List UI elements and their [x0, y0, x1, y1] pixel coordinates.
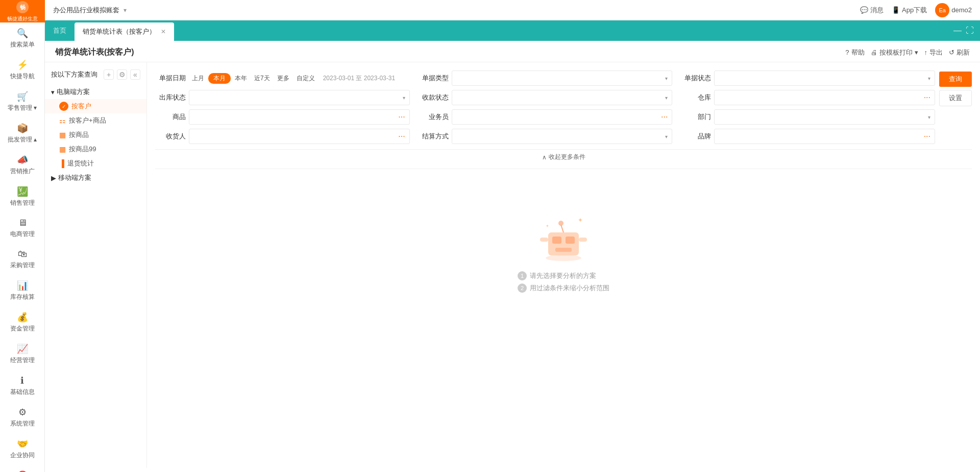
tree-by-goods-99[interactable]: ▦ 按商品99	[45, 142, 146, 156]
sidebar-item-sales[interactable]: 💹 销售管理	[0, 181, 44, 213]
add-scheme-btn[interactable]: +	[104, 69, 114, 80]
warehouse-dots[interactable]: ···	[924, 93, 930, 102]
operation-icon: 📈	[17, 343, 28, 355]
sidebar-item-basic[interactable]: ℹ 基础信息	[0, 370, 44, 402]
export-btn[interactable]: ↑ 导出	[924, 48, 943, 57]
purchase-icon: 🛍	[18, 249, 27, 259]
receiver-control[interactable]: ···	[189, 129, 410, 144]
sidebar-item-quick-nav[interactable]: ⚡ 快捷导航	[0, 54, 44, 86]
sidebar-item-marketing[interactable]: 📣 营销推广	[0, 149, 44, 181]
message-btn[interactable]: 💬 消息	[860, 6, 884, 15]
print-icon: 🖨	[871, 49, 877, 56]
export-icon: ↑	[924, 49, 928, 56]
sidebar-quick-nav-label: 快捷导航	[10, 72, 35, 81]
tabbar-maximize-btn[interactable]: ⛶	[966, 26, 974, 35]
brand-dots[interactable]: ···	[924, 132, 930, 141]
collapse-panel-btn[interactable]: «	[130, 69, 140, 80]
tip-num-2: 2	[518, 284, 527, 293]
tree-by-customer[interactable]: ✓ 按客户	[45, 99, 146, 113]
finance-icon: 💰	[17, 312, 28, 323]
last-month-btn[interactable]: 上月	[189, 73, 207, 84]
warehouse-control[interactable]: ···	[714, 90, 935, 105]
tabbar-minimize-btn[interactable]: —	[953, 26, 962, 35]
tree-by-goods[interactable]: ▦ 按商品	[45, 128, 146, 142]
tab-sales-stats[interactable]: 销货单统计表（按客户） ✕	[75, 22, 174, 41]
tree-by-customer-goods[interactable]: ⚏ 按客户+商品	[45, 113, 146, 128]
refresh-btn[interactable]: ↺ 刷新	[949, 48, 970, 57]
collapse-bar[interactable]: ∧ 收起更多条件	[155, 149, 972, 164]
sidebar-item-retail[interactable]: 🛒 零售管理 ▾	[0, 86, 44, 117]
out-status-control[interactable]: ▾	[189, 90, 410, 105]
tree-mobile[interactable]: ▶ 移动端方案	[45, 171, 146, 185]
tip-text-1: 请先选择要分析的方案	[530, 271, 596, 280]
tab-home[interactable]: 首页	[45, 20, 75, 41]
this-year-btn[interactable]: 本年	[232, 73, 250, 84]
tip-text-2: 用过滤条件来缩小分析范围	[530, 284, 609, 293]
custom-btn[interactable]: 自定义	[293, 73, 318, 84]
panel-title: 按以下方案查询 + ⚙ «	[45, 66, 146, 83]
user-profile-btn[interactable]: Ea demo2	[935, 3, 972, 17]
empty-tips: 1 请先选择要分析的方案 2 用过滤条件来缩小分析范围	[518, 271, 609, 296]
app-name: 畅捷通好生意	[7, 15, 38, 22]
sidebar-item-ecommerce[interactable]: 🖥 电商管理	[0, 213, 44, 244]
payment-status-control[interactable]: ▾	[452, 90, 673, 105]
salesperson-dots[interactable]: ···	[661, 112, 668, 122]
sidebar-item-system[interactable]: ⚙ 系统管理	[0, 402, 44, 433]
filter-department: 部门 ▾	[680, 109, 935, 125]
empty-tip-1: 1 请先选择要分析的方案	[518, 271, 609, 280]
payment-status-label: 收款状态	[418, 93, 449, 102]
page-title: 销货单统计表(按客户)	[55, 47, 134, 58]
filter-doc-status: 单据状态 ▾	[680, 70, 935, 86]
sidebar-item-purchase[interactable]: 🛍 采购管理	[0, 244, 44, 275]
goods-control[interactable]: ···	[189, 109, 410, 125]
last-7days-btn[interactable]: 近7天	[251, 73, 273, 84]
home-tab-label: 首页	[53, 26, 66, 35]
sidebar-item-finance[interactable]: 💰 资金管理	[0, 306, 44, 338]
doc-status-control[interactable]: ▾	[714, 70, 935, 86]
sidebar-item-enterprise[interactable]: 🤝 企业协同	[0, 433, 44, 465]
help-btn[interactable]: ? 帮助	[845, 48, 864, 57]
sidebar-item-inventory[interactable]: 📊 库存核算	[0, 275, 44, 306]
topbar-right: 💬 消息 📱 App下载 Ea demo2	[860, 3, 972, 17]
tab-close-btn[interactable]: ✕	[161, 28, 166, 35]
wholesale-icon: 📦	[17, 123, 28, 134]
marketing-icon: 📣	[17, 154, 28, 166]
template-print-btn[interactable]: 🖨 按模板打印 ▾	[871, 48, 918, 57]
more-btn[interactable]: 更多	[274, 73, 292, 84]
sidebar-item-search[interactable]: 🔍 搜索菜单	[0, 22, 44, 54]
search-icon: 🔍	[17, 28, 28, 39]
receiver-dots[interactable]: ···	[398, 132, 405, 141]
this-month-btn[interactable]: 本月	[208, 73, 231, 84]
doc-status-arrow: ▾	[928, 76, 930, 81]
system-icon: ⚙	[18, 407, 27, 418]
tree-return-stats[interactable]: ▐ 退货统计	[45, 156, 146, 171]
date-quick-btns: 上月 本月 本年 近7天 更多 自定义	[189, 73, 318, 84]
doc-type-control[interactable]: ▾	[452, 70, 673, 86]
collapse-label: 收起更多条件	[549, 153, 585, 161]
content-body: 按以下方案查询 + ⚙ « ▾ 电脑端方案 ✓ 按客户	[45, 62, 980, 468]
app-download-btn[interactable]: 📱 App下载	[892, 6, 927, 15]
app-logo: 畅 畅捷通好生意	[0, 0, 45, 22]
topbar: 办公用品行业模拟账套 ▾ 💬 消息 📱 App下载 Ea demo2	[45, 0, 980, 20]
svg-line-7	[561, 225, 564, 232]
filter-doc-type: 单据类型 ▾	[418, 70, 673, 86]
sidebar-item-wholesale[interactable]: 📦 批发管理 ▴	[0, 117, 44, 149]
return-stats-icon: ▐	[59, 159, 64, 168]
by-goods-99-icon: ▦	[59, 145, 66, 153]
tree-desktop[interactable]: ▾ 电脑端方案	[45, 85, 146, 99]
department-control[interactable]: ▾	[714, 109, 935, 125]
sidebar-item-newbie[interactable]: 🎯 新手引导	[0, 465, 44, 472]
tree-arrow: ▾	[51, 88, 55, 96]
settings-btn[interactable]: 设置	[939, 90, 972, 106]
goods-dots[interactable]: ···	[398, 112, 405, 122]
brand-control[interactable]: ···	[714, 129, 935, 144]
sidebar-item-operation[interactable]: 📈 经营管理	[0, 338, 44, 370]
svg-point-8	[558, 221, 564, 226]
filter-goods: 商品 ···	[155, 109, 410, 125]
topbar-dropdown-icon[interactable]: ▾	[124, 7, 127, 14]
salesperson-control[interactable]: ···	[452, 109, 673, 125]
settlement-control[interactable]: ▾	[452, 129, 673, 144]
avatar: Ea	[935, 3, 949, 17]
settings-scheme-btn[interactable]: ⚙	[117, 69, 127, 80]
query-btn[interactable]: 查询	[939, 72, 972, 87]
